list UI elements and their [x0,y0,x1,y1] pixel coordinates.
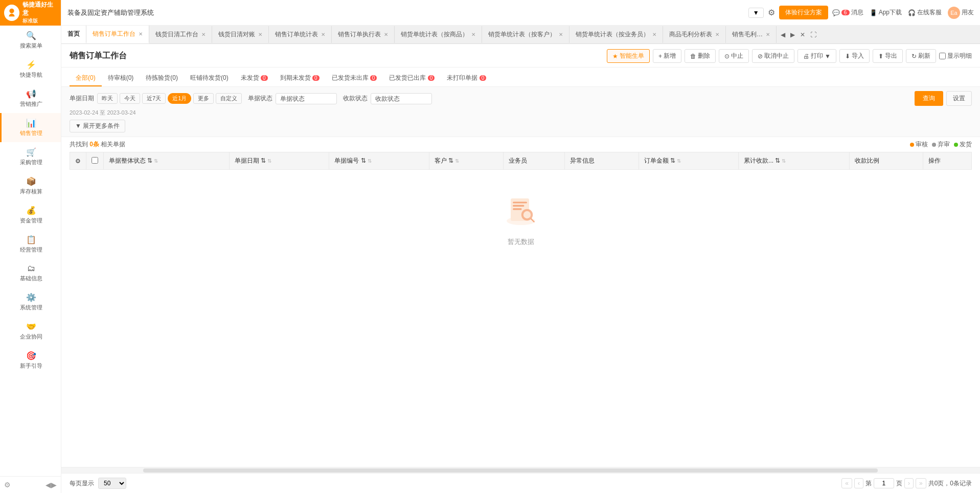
date-custom-btn[interactable]: 自定义 [216,93,242,104]
export-btn[interactable]: ⬆ 导出 [873,49,903,63]
date-today-btn[interactable]: 今天 [120,93,140,104]
cancel-stop-btn[interactable]: ⊘ 取消中止 [752,49,794,63]
th-checkbox[interactable] [86,152,104,170]
page-first-btn[interactable]: « [841,478,852,488]
sub-tab-overdue[interactable]: 到期未发货 0 [274,71,326,86]
tab-sales-margin[interactable]: 销售毛利… ✕ [726,26,777,43]
sidebar-item-operations[interactable]: 📋 经营管理 [0,230,61,259]
tab-sales-margin-close[interactable]: ✕ [766,32,770,37]
tab-product-stats[interactable]: 销货单统计表（按商品） ✕ [395,26,482,43]
sub-tab-pending-inspect[interactable]: 待拣验货(0) [140,71,184,86]
filter-status-select[interactable]: 单据状态 [276,93,337,104]
th-collected[interactable]: 累计收款... ⇅ [739,152,850,170]
user-item[interactable]: Ea 用友 [948,7,974,19]
tab-reconcile-close[interactable]: ✕ [258,32,262,37]
sidebar-item-inventory[interactable]: 📦 库存核算 [0,171,61,200]
tab-margin-close[interactable]: ✕ [715,32,719,37]
tab-stats-close[interactable]: ✕ [321,32,325,37]
tab-reconcile[interactable]: 钱货日清对账 ✕ [212,26,269,43]
sidebar-item-sales[interactable]: 📊 销售管理 [0,113,61,142]
tab-prev-btn[interactable]: ◀ [779,30,787,39]
th-customer[interactable]: 客户 ⇅ [429,152,503,170]
sub-tab-unshipped[interactable]: 未发货 0 [235,71,274,86]
sub-tab-shipped-out[interactable]: 已发货已出库 0 [383,71,441,86]
date-yesterday-btn[interactable]: 昨天 [97,93,118,104]
sub-tab-pending-review[interactable]: 待审核(0) [102,71,140,86]
date-1month-btn[interactable]: 近1月 [168,93,191,104]
date-7days-btn[interactable]: 近7天 [142,93,166,104]
sidebar-item-purchase-label: 采购管理 [20,159,42,166]
tab-staff-stats[interactable]: 销货单统计表（按业务员） ✕ [569,26,663,43]
empty-state: 暂无数据 [70,170,972,267]
sub-tab-not-printed[interactable]: 未打印单据 0 [441,71,492,86]
import-btn[interactable]: ⬇ 导入 [839,49,870,63]
sidebar-item-guide[interactable]: 🎯 新手引导 [0,346,61,375]
query-btn[interactable]: 查询 [915,91,943,106]
page-input[interactable] [874,478,894,488]
delete-btn[interactable]: 🗑 删除 [685,49,716,63]
sidebar-item-search[interactable]: 🔍 搜索菜单 [0,26,61,55]
tab-product-stats-close[interactable]: ✕ [471,32,475,37]
sidebar-item-system[interactable]: ⚙️ 系统管理 [0,287,61,317]
add-btn[interactable]: + 新增 [653,49,681,63]
tab-expand-btn[interactable]: ⛶ [808,30,818,39]
tab-exec[interactable]: 销售订单执行表 ✕ [332,26,395,43]
scrollbar-track[interactable] [143,468,878,473]
sub-tab-shipped-not-out[interactable]: 已发货未出库 0 [326,71,383,86]
system-dropdown[interactable]: ▼ [748,8,764,18]
expand-btn[interactable]: ▼ 展开更多条件 [70,120,125,132]
tab-exec-close[interactable]: ✕ [384,32,388,37]
sidebar-item-finance[interactable]: 💰 资金管理 [0,200,61,230]
quick-reject-btn[interactable]: 弃审 [932,140,950,149]
th-settings[interactable]: ⚙ [70,152,86,170]
industry-btn[interactable]: 体验行业方案 [779,6,828,19]
smart-btn[interactable]: ★ 智能生单 [607,49,650,63]
sub-tab-wangpu[interactable]: 旺铺待发货(0) [184,71,235,86]
tab-customer-stats-close[interactable]: ✕ [559,32,563,37]
sidebar-item-cooperation[interactable]: 🤝 企业协同 [0,317,61,346]
th-bill-date[interactable]: 单据日期 ⇅ [229,152,329,170]
page-prev-btn[interactable]: ‹ [854,478,863,488]
tab-next-btn[interactable]: ▶ [788,30,797,39]
cooperation-icon: 🤝 [26,322,36,331]
sidebar-item-basic-info[interactable]: 🗂 基础信息 [0,259,61,287]
show-detail-label[interactable]: 显示明细 [939,52,972,60]
tab-close-all-btn[interactable]: ✕ [798,30,807,39]
message-item[interactable]: 💬 6 消息 [832,8,863,17]
settings-btn[interactable]: ⚙ [768,8,775,17]
sidebar-item-purchase[interactable]: 🛒 采购管理 [0,142,61,171]
show-detail-checkbox[interactable] [939,53,946,59]
tab-home[interactable]: 首页 [61,26,86,43]
sidebar-item-nav[interactable]: ⚡ 快捷导航 [0,55,61,84]
quick-audit-btn[interactable]: 审核 [910,140,928,149]
quick-ship-btn[interactable]: 发货 [954,140,972,149]
table-area: 共找到 0条 相关单据 审核 弃审 发货 [61,137,980,467]
tab-customer-stats[interactable]: 销货单统计表（按客户） ✕ [482,26,569,43]
tab-margin[interactable]: 商品毛利分析表 ✕ [663,26,726,43]
sidebar-item-marketing[interactable]: 📢 营销推广 [0,84,61,113]
page-size-select[interactable]: 50 20 100 [98,478,126,489]
print-btn[interactable]: 🖨 打印 ▼ [797,49,836,63]
tab-cash-daily-close[interactable]: ✕ [201,32,206,37]
tab-stats[interactable]: 销售订单统计表 ✕ [269,26,332,43]
th-order-amount[interactable]: 订单金额 ⇅ [639,152,739,170]
app-download-item[interactable]: 📱 App下载 [870,8,902,17]
tab-cash-daily[interactable]: 钱货日清工作台 ✕ [149,26,212,43]
tab-sales-order[interactable]: 销售订单工作台 ✕ [86,26,149,43]
stop-btn[interactable]: ⊙ 中止 [719,49,749,63]
settings-bottom-btn[interactable]: ⚙ [4,481,11,489]
sub-tab-all[interactable]: 全部(0) [70,71,102,86]
tab-staff-stats-close[interactable]: ✕ [652,32,656,37]
filter-payment-select[interactable]: 收款状态 [371,93,432,104]
select-all-checkbox[interactable] [92,157,98,164]
date-more-btn[interactable]: 更多 [193,93,214,104]
filter-settings-btn[interactable]: 设置 [946,91,972,106]
th-bill-status[interactable]: 单据整体状态 ⇅ [104,152,230,170]
tab-sales-order-close[interactable]: ✕ [139,31,143,37]
online-service-item[interactable]: 🎧 在线客服 [908,8,942,17]
page-next-btn[interactable]: › [904,478,914,488]
page-last-btn[interactable]: » [916,478,926,488]
th-bill-no[interactable]: 单据编号 ⇅ [329,152,429,170]
refresh-btn[interactable]: ↻ 刷新 [906,49,936,63]
collapse-btn[interactable]: ◀▶ [45,481,57,489]
